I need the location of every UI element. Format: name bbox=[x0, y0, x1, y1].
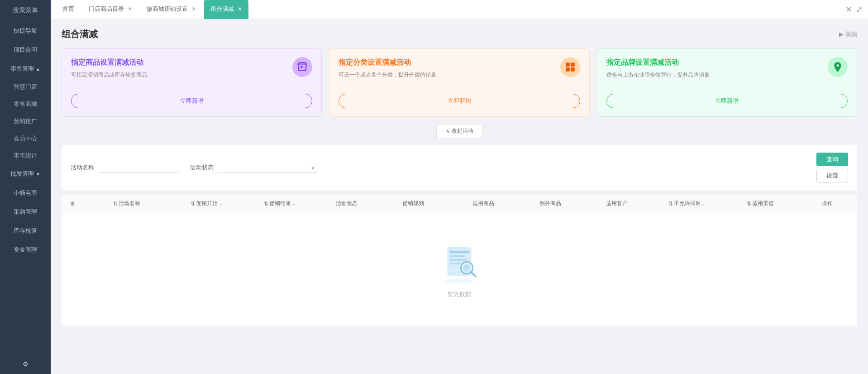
sidebar-item-label: 零售管理 bbox=[10, 65, 34, 73]
activity-name-input[interactable] bbox=[98, 162, 179, 173]
sidebar-item-label: 批发管理 bbox=[10, 170, 34, 178]
svg-rect-3 bbox=[571, 67, 575, 72]
sidebar-item-label: 智慧门店 bbox=[14, 83, 37, 90]
activity-card-product: 指定商品设置满减活动 可指定滞销商品或库存较多商品 立即新增 bbox=[62, 48, 322, 117]
sidebar-item-quick-nav[interactable]: 快捷导航 bbox=[0, 21, 51, 40]
sort-icon[interactable]: ⇅ bbox=[747, 201, 751, 207]
sidebar-item-fund-mgmt[interactable]: 资金管理 bbox=[0, 240, 51, 259]
svg-rect-8 bbox=[449, 259, 466, 260]
sidebar-item-label: 营销推广 bbox=[14, 118, 37, 125]
th-applicable-channel: ⇅ 适用渠道 bbox=[724, 200, 797, 207]
search-bar: 活动名称 活动状态 ∨ 查询 设置 bbox=[62, 145, 857, 190]
sidebar-item-wholesale-mgmt[interactable]: 批发管理 ▼ bbox=[0, 164, 51, 183]
play-circle-icon: ▶ bbox=[839, 31, 844, 38]
activity-cards: 指定商品设置满减活动 可指定滞销商品或库存较多商品 立即新增 指定分类设置满减活… bbox=[62, 48, 857, 117]
sidebar-item-label: 零售商城 bbox=[14, 101, 37, 107]
th-exception-goods: 例外商品 bbox=[517, 200, 583, 207]
search-actions: 查询 设置 bbox=[816, 153, 848, 182]
tab-wechat-shop[interactable]: 微商城店铺设置 ✕ bbox=[140, 0, 202, 19]
th-settings[interactable]: ⚙ bbox=[62, 201, 83, 207]
sort-icon[interactable]: ⇅ bbox=[191, 201, 195, 207]
sidebar-item-purchase-mgmt[interactable]: 采购管理 bbox=[0, 202, 51, 221]
tab-bar: 首页 门店商品目录 ✕ 微商城店铺设置 ✕ 组合满减 ✕ ✕ ⤢ bbox=[51, 0, 868, 19]
gear-icon: ⚙ bbox=[70, 201, 75, 207]
data-table: ⚙ ⇅ 活动名称 ⇅ 促销开始... ⇅ 促销结束... 活动状态 bbox=[62, 195, 857, 326]
sort-icon[interactable]: ⇅ bbox=[668, 201, 673, 207]
sidebar-item-label: 库存核算 bbox=[14, 227, 37, 235]
video-link[interactable]: ▶ 视频 bbox=[839, 30, 857, 38]
sidebar-item-label: 会员中心 bbox=[14, 135, 37, 142]
empty-state: 暂无数据 bbox=[62, 212, 857, 326]
tab-home[interactable]: 首页 bbox=[56, 0, 81, 19]
category-card-add-btn[interactable]: 立即新增 bbox=[339, 94, 580, 108]
video-label: 视频 bbox=[845, 30, 857, 38]
svg-rect-1 bbox=[571, 62, 575, 67]
query-button[interactable]: 查询 bbox=[816, 153, 848, 166]
collapse-activity-btn[interactable]: ∧ 收起活动 bbox=[436, 124, 483, 138]
sort-icon[interactable]: ⇅ bbox=[264, 201, 268, 207]
settings-button[interactable]: 设置 bbox=[816, 169, 848, 182]
category-card-title: 指定分类设置满减活动 bbox=[339, 58, 580, 67]
th-applicable-customer: 适用客户 bbox=[583, 200, 650, 207]
svg-point-13 bbox=[465, 266, 467, 267]
sidebar: 搜索菜单 快捷导航 项目合同 零售管理 ▲ 智慧门店 零售商城 营销推广 会员中… bbox=[0, 0, 51, 374]
product-card-title: 指定商品设置满减活动 bbox=[71, 58, 312, 67]
sidebar-item-label: 采购管理 bbox=[14, 208, 37, 216]
category-card-icon bbox=[560, 57, 580, 77]
sort-icon[interactable]: ⇅ bbox=[113, 201, 118, 207]
main-area: 首页 门店商品目录 ✕ 微商城店铺设置 ✕ 组合满减 ✕ ✕ ⤢ 组合满减 ▶ … bbox=[51, 0, 868, 374]
th-promo-start: ⇅ 促销开始... bbox=[170, 200, 243, 207]
activity-card-brand: 指定品牌设置满减活动 适合与上游企业联合做营销，提升品牌销量 立即新增 bbox=[597, 48, 857, 117]
th-promo-end: ⇅ 促销结束... bbox=[243, 200, 316, 207]
sidebar-item-xiaochang-ecom[interactable]: 小畅电商 bbox=[0, 183, 51, 202]
th-activity-name: ⇅ 活动名称 bbox=[83, 200, 170, 207]
sidebar-item-label: 快捷导航 bbox=[14, 27, 37, 35]
table-header: ⚙ ⇅ 活动名称 ⇅ 促销开始... ⇅ 促销结束... 活动状态 bbox=[62, 195, 857, 212]
page-title: 组合满减 bbox=[62, 28, 98, 40]
tab-close-icon[interactable]: ✕ bbox=[191, 6, 196, 12]
sidebar-item-smart-store[interactable]: 智慧门店 bbox=[0, 78, 51, 96]
expand-icon[interactable]: ⤢ bbox=[856, 5, 863, 14]
th-action: 操作 bbox=[797, 200, 857, 207]
svg-rect-7 bbox=[449, 255, 464, 257]
svg-point-11 bbox=[463, 264, 471, 272]
brand-card-title: 指定品牌设置满减活动 bbox=[606, 58, 848, 67]
activity-status-select-wrapper: ∨ bbox=[217, 162, 317, 173]
empty-state-text: 暂无数据 bbox=[448, 290, 471, 298]
svg-rect-2 bbox=[566, 67, 570, 72]
activity-status-field: 活动状态 ∨ bbox=[190, 162, 317, 173]
sidebar-item-label: 资金管理 bbox=[14, 246, 37, 254]
brand-card-add-btn[interactable]: 立即新增 bbox=[606, 94, 848, 108]
product-card-add-btn[interactable]: 立即新增 bbox=[71, 94, 312, 108]
sidebar-item-inventory-calc[interactable]: 库存核算 bbox=[0, 221, 51, 240]
chevron-up-icon: ▲ bbox=[36, 67, 40, 72]
svg-rect-9 bbox=[449, 263, 461, 264]
svg-rect-0 bbox=[566, 62, 570, 67]
tab-store-catalog[interactable]: 门店商品目录 ✕ bbox=[82, 0, 138, 19]
sidebar-item-project-contract[interactable]: 项目合同 bbox=[0, 40, 51, 59]
main-content: 组合满减 ▶ 视频 指定商品设置满减活动 可指定滞销商品或库存较多商品 立即新增 bbox=[51, 19, 868, 374]
svg-point-14 bbox=[467, 268, 469, 269]
tab-bar-actions: ✕ ⤢ bbox=[845, 5, 863, 14]
sidebar-item-label: 项目合同 bbox=[14, 46, 37, 54]
empty-state-icon bbox=[437, 240, 482, 285]
chevron-up-icon: ∧ bbox=[446, 128, 450, 134]
sidebar-search[interactable]: 搜索菜单 bbox=[0, 0, 51, 21]
th-applicable-goods: 适用商品 bbox=[450, 200, 516, 207]
tab-label: 门店商品目录 bbox=[89, 5, 124, 13]
sidebar-item-retail-mgmt[interactable]: 零售管理 ▲ bbox=[0, 59, 51, 78]
tab-close-icon[interactable]: ✕ bbox=[128, 6, 132, 12]
sidebar-item-marketing[interactable]: 营销推广 bbox=[0, 113, 51, 130]
sidebar-item-retail-stats[interactable]: 零售统计 bbox=[0, 147, 51, 164]
sidebar-item-member-center[interactable]: 会员中心 bbox=[0, 130, 51, 147]
th-promo-rule: 促销规则 bbox=[377, 200, 450, 207]
close-window-icon[interactable]: ✕ bbox=[845, 5, 852, 14]
sidebar-item-retail-mall[interactable]: 零售商城 bbox=[0, 96, 51, 113]
activity-status-select[interactable] bbox=[217, 162, 317, 173]
sidebar-settings[interactable]: ⚙ bbox=[0, 354, 51, 374]
activity-name-label: 活动名称 bbox=[71, 163, 94, 172]
tab-label: 组合满减 bbox=[210, 5, 234, 13]
tab-combo-discount[interactable]: 组合满减 ✕ bbox=[204, 0, 248, 19]
tab-close-icon[interactable]: ✕ bbox=[238, 6, 242, 12]
th-activity-status: 活动状态 bbox=[317, 200, 377, 207]
